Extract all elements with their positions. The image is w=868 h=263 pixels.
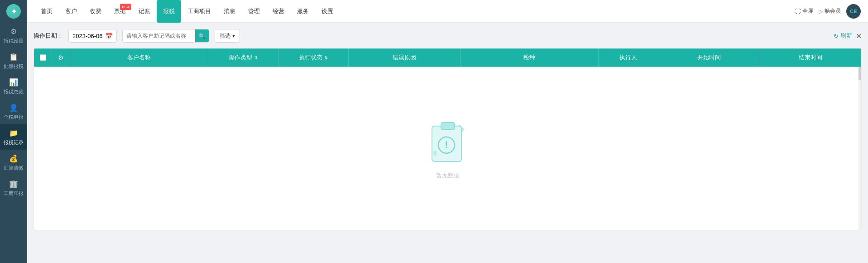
table-header: ⚙ 客户名称 操作类型 ⇅ 执行状态 ⇅ 错误原因 xyxy=(34,49,861,67)
svg-text:!: ! xyxy=(445,139,448,151)
date-label: 操作日期： xyxy=(34,32,63,40)
nav-label: 经营 xyxy=(273,7,284,15)
sidebar-item-tax-overview[interactable]: 📊 报税总览 xyxy=(0,73,27,99)
sidebar-item-personal-tax[interactable]: 👤 个税申报 xyxy=(0,99,27,124)
toolbar: 操作日期： 2023-06-06 📅 🔍 筛选 ▾ ↻ xyxy=(34,29,862,43)
main-area: 首页客户收费票据new记账报税工商项目消息管理经营服务设置 ⛶ 全屏 ▷ 畅会员… xyxy=(27,0,868,263)
nav-label: 消息 xyxy=(224,7,235,15)
content-area: 操作日期： 2023-06-06 📅 🔍 筛选 ▾ ↻ xyxy=(27,23,868,263)
scroll-track[interactable] xyxy=(858,67,861,230)
data-table: ⚙ 客户名称 操作类型 ⇅ 执行状态 ⇅ 错误原因 xyxy=(34,48,862,230)
sort-icon-status: ⇅ xyxy=(324,55,328,60)
th-executor: 执行人 xyxy=(599,49,658,67)
logo-icon: ✦ xyxy=(6,4,21,19)
th-start-time: 开始时间 xyxy=(658,49,760,67)
th-exec-status[interactable]: 执行状态 ⇅ xyxy=(278,49,349,67)
search-input[interactable] xyxy=(123,31,195,41)
sidebar-item-label: 报税设置 xyxy=(4,38,24,44)
annual-report-icon: 🏢 xyxy=(9,179,19,189)
nav-badge: new xyxy=(120,4,131,10)
empty-text: 暂无数据 xyxy=(436,171,460,180)
th-op-type[interactable]: 操作类型 ⇅ xyxy=(208,49,278,67)
table-body: ! 暂无数据 xyxy=(34,67,861,230)
nav-item-business[interactable]: 工商项目 xyxy=(181,0,217,23)
tax-record-icon: 📁 xyxy=(9,128,19,138)
refresh-button[interactable]: ↻ 刷新 xyxy=(834,32,852,40)
sidebar-item-tax-settings[interactable]: ⚙ 报税设置 xyxy=(0,23,27,48)
member-label: 畅会员 xyxy=(825,7,841,15)
personal-tax-icon: 👤 xyxy=(9,102,19,112)
nav-item-services[interactable]: 服务 xyxy=(291,0,315,23)
sidebar-item-settlement[interactable]: 💰 汇算清缴 xyxy=(0,150,27,175)
batch-tax-icon: 📋 xyxy=(9,52,19,62)
nav-item-management[interactable]: 管理 xyxy=(242,0,266,23)
th-error-reason: 错误原因 xyxy=(349,49,460,67)
nav-label: 服务 xyxy=(297,7,309,15)
nav-item-messages[interactable]: 消息 xyxy=(217,0,242,23)
chevron-down-icon: ▾ xyxy=(232,33,235,39)
th-checkbox[interactable] xyxy=(34,49,52,67)
nav-label: 客户 xyxy=(65,7,77,15)
page-content: 操作日期： 2023-06-06 📅 🔍 筛选 ▾ ↻ xyxy=(27,23,868,263)
nav-label: 管理 xyxy=(248,7,260,15)
sidebar: ✦ ⚙ 报税设置 📋 批量报税 📊 报税总览 👤 个税申报 📁 报税记录 💰 汇… xyxy=(0,0,27,263)
fullscreen-button[interactable]: ⛶ 全屏 xyxy=(795,7,813,15)
fullscreen-label: 全屏 xyxy=(802,7,813,15)
fullscreen-icon: ⛶ xyxy=(795,8,801,15)
nav-label: 收费 xyxy=(90,7,101,15)
sidebar-item-label: 个税申报 xyxy=(4,114,24,121)
tax-settings-icon: ⚙ xyxy=(9,26,19,36)
empty-state: ! 暂无数据 xyxy=(425,117,470,180)
date-value: 2023-06-06 xyxy=(72,33,103,39)
search-button[interactable]: 🔍 xyxy=(195,29,209,43)
nav-item-tax[interactable]: 报税 xyxy=(157,0,181,23)
toolbar-right: ↻ 刷新 ✕ xyxy=(834,32,862,40)
nav-item-invoice[interactable]: 票据new xyxy=(108,0,132,23)
date-picker[interactable]: 2023-06-06 📅 xyxy=(68,29,117,43)
nav-label: 记账 xyxy=(139,7,150,15)
th-gear[interactable]: ⚙ xyxy=(52,49,70,67)
topnav-right: ⛶ 全屏 ▷ 畅会员 CE xyxy=(795,4,861,19)
sidebar-item-label: 批量报税 xyxy=(4,63,24,70)
nav-label: 设置 xyxy=(321,7,333,15)
user-initials: CE xyxy=(850,9,857,14)
video-icon: ▷ xyxy=(819,8,823,15)
th-tax-type: 税种 xyxy=(460,49,599,67)
sidebar-logo: ✦ xyxy=(0,0,27,23)
th-end-time: 结束时间 xyxy=(760,49,861,67)
th-client-name: 客户名称 xyxy=(70,49,208,67)
nav-item-home[interactable]: 首页 xyxy=(34,0,59,23)
refresh-label: 刷新 xyxy=(840,32,852,40)
filter-button[interactable]: 筛选 ▾ xyxy=(215,29,240,43)
nav-item-accounting[interactable]: 记账 xyxy=(132,0,157,23)
close-button[interactable]: ✕ xyxy=(856,32,862,40)
sidebar-item-label: 汇算清缴 xyxy=(4,165,24,171)
close-icon: ✕ xyxy=(856,32,862,40)
sidebar-item-tax-record[interactable]: 📁 报税记录 xyxy=(0,124,27,150)
settings-icon: ⚙ xyxy=(58,54,64,61)
select-all-checkbox[interactable] xyxy=(40,54,46,61)
scroll-thumb[interactable] xyxy=(858,67,861,80)
tax-overview-icon: 📊 xyxy=(9,77,19,87)
nav-label: 报税 xyxy=(163,7,175,15)
nav-item-settings[interactable]: 设置 xyxy=(315,0,340,23)
sidebar-item-label: 报税记录 xyxy=(4,139,24,146)
svg-rect-1 xyxy=(441,122,455,130)
sidebar-item-batch-tax[interactable]: 📋 批量报税 xyxy=(0,48,27,73)
nav-item-clients[interactable]: 客户 xyxy=(59,0,83,23)
sidebar-item-annual-report[interactable]: 🏢 工商年报 xyxy=(0,175,27,200)
nav-label: 工商项目 xyxy=(187,7,211,15)
nav-item-billing[interactable]: 收费 xyxy=(83,0,108,23)
calendar-icon: 📅 xyxy=(106,33,113,39)
empty-clipboard-icon: ! xyxy=(425,117,470,167)
member-button[interactable]: ▷ 畅会员 xyxy=(819,7,841,15)
refresh-icon: ↻ xyxy=(834,33,839,39)
nav-item-operations[interactable]: 经营 xyxy=(266,0,291,23)
user-avatar[interactable]: CE xyxy=(846,4,861,19)
filter-label: 筛选 xyxy=(220,32,230,40)
search-box: 🔍 xyxy=(122,29,209,43)
top-navigation: 首页客户收费票据new记账报税工商项目消息管理经营服务设置 ⛶ 全屏 ▷ 畅会员… xyxy=(27,0,868,23)
search-icon: 🔍 xyxy=(198,33,206,39)
sort-icon: ⇅ xyxy=(254,55,258,60)
settlement-icon: 💰 xyxy=(9,153,19,163)
